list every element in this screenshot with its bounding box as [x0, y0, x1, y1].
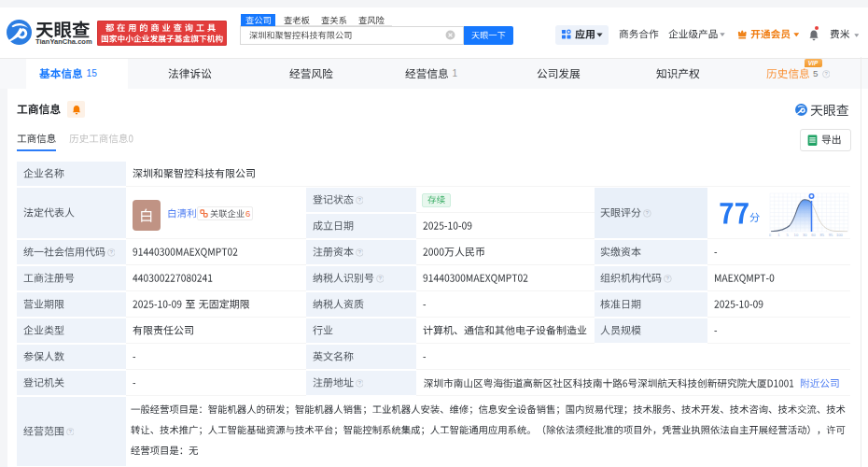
svg-text:?: ? — [357, 380, 360, 386]
svg-text:100: 100 — [835, 233, 843, 237]
svg-text:?: ? — [109, 249, 112, 255]
svg-text:?: ? — [357, 197, 360, 203]
svg-text:10: 10 — [793, 233, 798, 237]
svg-text:?: ? — [824, 71, 827, 77]
svg-text:?: ? — [357, 249, 360, 255]
svg-text:?: ? — [646, 210, 649, 216]
svg-text:95: 95 — [828, 233, 833, 237]
svg-text:?: ? — [68, 429, 71, 434]
svg-text:5: 5 — [786, 233, 789, 237]
svg-text:85: 85 — [819, 233, 824, 237]
svg-text:0: 0 — [769, 233, 772, 237]
svg-text:30: 30 — [802, 233, 806, 237]
svg-text:?: ? — [666, 276, 669, 281]
svg-text:?: ? — [378, 276, 381, 281]
svg-text:60: 60 — [811, 233, 816, 237]
svg-text:1: 1 — [777, 233, 780, 237]
